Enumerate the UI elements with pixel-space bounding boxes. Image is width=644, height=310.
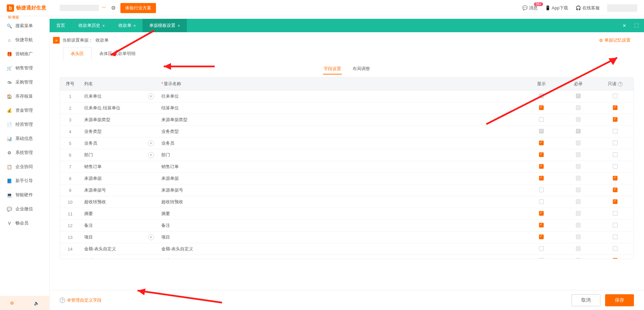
leftnav-item[interactable]: V畅会员 — [0, 216, 49, 230]
sub-tab-layout[interactable]: 布局调整 — [352, 64, 371, 74]
checkbox[interactable] — [539, 152, 544, 157]
checkbox[interactable] — [613, 258, 618, 259]
page-tab[interactable]: 收款单× — [112, 19, 143, 32]
trial-button[interactable]: 体验行业方案 — [120, 3, 156, 13]
section-tab-header[interactable]: 表头区 — [63, 47, 92, 60]
leftnav-item[interactable]: 🎁营销推广 — [0, 47, 49, 61]
row-dispname[interactable]: 结算单位 — [157, 102, 523, 114]
checkbox[interactable] — [539, 141, 544, 145]
add-field-icon[interactable]: + — [148, 93, 154, 99]
leftnav-item[interactable]: ⚙系统管理 — [0, 146, 49, 160]
checkbox[interactable] — [613, 94, 618, 98]
tab-close-icon[interactable]: × — [133, 23, 136, 28]
row-readonly — [597, 138, 634, 149]
row-dispname[interactable]: 往来单位 — [157, 91, 523, 102]
tab-close-icon[interactable]: × — [102, 23, 105, 28]
memory-setting-link[interactable]: ⚙ 单据记忆设置 — [599, 37, 631, 43]
row-dispname[interactable]: 提成1 — [157, 255, 523, 259]
row-dispname[interactable]: 金额-表头自定义 — [157, 243, 523, 255]
page-tab[interactable]: 首页 — [50, 19, 72, 32]
nav-label: 新手引导 — [15, 178, 33, 184]
checkbox[interactable] — [613, 211, 618, 216]
add-field-icon[interactable]: + — [148, 140, 154, 146]
app-download-label: App下载 — [552, 5, 568, 11]
checkbox[interactable] — [613, 176, 618, 180]
row-dispname[interactable]: 摘要 — [157, 208, 523, 220]
tab-close-all-icon[interactable]: ✕ — [619, 20, 629, 31]
checkbox[interactable] — [539, 258, 544, 259]
leftnav-item[interactable]: ⌂快捷导航 — [0, 33, 49, 47]
customer-service-link[interactable]: 🎧 在线客服 — [576, 5, 600, 11]
cancel-button[interactable]: 取消 — [572, 294, 600, 306]
row-dispname[interactable]: 备注 — [157, 220, 523, 231]
leftnav-item[interactable]: 💻智能硬件 — [0, 188, 49, 202]
checkbox[interactable] — [539, 211, 544, 216]
checkbox[interactable] — [613, 152, 618, 157]
leftnav-item[interactable]: 🛍采购管理 — [0, 75, 49, 89]
checkbox[interactable] — [539, 164, 544, 169]
leftnav-item[interactable]: 📋企业协同 — [0, 160, 49, 174]
settings-icon[interactable]: ⚙ — [111, 5, 116, 11]
leftnav-item[interactable]: 📘新手引导 — [0, 174, 49, 188]
checkbox[interactable] — [613, 188, 618, 192]
checkbox[interactable] — [539, 235, 544, 239]
row-dispname[interactable]: 来源单据类型 — [157, 114, 523, 126]
checkbox[interactable] — [613, 246, 618, 251]
page-tab[interactable]: 收款单历史× — [72, 19, 112, 32]
checkbox[interactable] — [539, 117, 544, 122]
leftnav-item[interactable]: 📄经营管理 — [0, 117, 49, 132]
leftnav-item[interactable]: 🏠库存核算 — [0, 89, 49, 103]
checkbox[interactable] — [613, 235, 618, 239]
user-avatar-masked[interactable] — [607, 4, 637, 12]
fullscreen-icon[interactable]: ⛶ — [631, 20, 641, 31]
collapse-toggle-icon[interactable]: » — [53, 37, 60, 44]
page-tab[interactable]: 单据模板设置× — [143, 19, 187, 32]
row-readonly — [597, 91, 634, 102]
section-tab-body[interactable]: 表体区-收款单明细 — [92, 47, 143, 60]
crumb-doc[interactable]: 收款单 — [96, 37, 109, 43]
row-dispname[interactable]: 来源单据号 — [157, 185, 523, 196]
add-field-icon[interactable]: + — [148, 234, 154, 240]
leftnav-item[interactable]: 🔍搜索菜单 — [0, 19, 49, 33]
checkbox[interactable] — [539, 105, 544, 110]
app-download-link[interactable]: 📱 App下载 — [545, 5, 568, 11]
nav-label: 营销推广 — [15, 51, 33, 57]
gear-icon[interactable]: ⚙ — [10, 301, 14, 306]
checkbox[interactable] — [613, 223, 618, 227]
row-dispname[interactable]: 销售订单 — [157, 161, 523, 173]
checkbox[interactable] — [613, 117, 618, 122]
checkbox[interactable] — [539, 223, 544, 227]
org-selector[interactable]: ████ ﹀ — [60, 5, 106, 11]
messages-link[interactable]: 💬 消息 99+ — [522, 5, 538, 11]
row-req — [560, 173, 597, 185]
checkbox[interactable] — [613, 105, 618, 110]
row-dispname[interactable]: 业务类型 — [157, 126, 523, 138]
row-colname: 摘要 — [80, 208, 157, 220]
save-button[interactable]: 保存 — [605, 294, 634, 306]
checkbox[interactable] — [539, 199, 544, 204]
row-dispname[interactable]: 业务员 — [157, 138, 523, 149]
checkbox[interactable] — [613, 199, 618, 204]
checkbox[interactable] — [613, 141, 618, 145]
checkbox[interactable] — [613, 164, 618, 169]
row-req — [560, 185, 597, 196]
row-dispname[interactable]: 来源单据 — [157, 173, 523, 185]
tab-close-icon[interactable]: × — [177, 23, 180, 28]
leftnav-item[interactable]: 💬企业微信 — [0, 202, 49, 216]
checkbox[interactable] — [539, 188, 544, 192]
question-icon[interactable]: ? — [60, 298, 65, 303]
leftnav-item[interactable]: 📊基础信息 — [0, 132, 49, 146]
sub-tab-fields[interactable]: 字段设置 — [323, 64, 342, 74]
row-dispname[interactable]: 超收转预收 — [157, 196, 523, 208]
checkbox[interactable] — [539, 176, 544, 180]
leftnav-item[interactable]: 🛒销售管理 — [0, 61, 49, 75]
checkbox[interactable] — [539, 246, 544, 251]
manage-custom-fields-link[interactable]: 管理自定义字段 — [71, 297, 102, 303]
sound-icon[interactable]: 🔈 — [34, 301, 39, 306]
row-dispname[interactable]: 部门 — [157, 149, 523, 161]
checkbox[interactable] — [613, 129, 618, 134]
help-icon[interactable]: ? — [618, 82, 623, 87]
leftnav-item[interactable]: 💰资金管理 — [0, 103, 49, 117]
row-dispname[interactable]: 项目 — [157, 231, 523, 243]
add-field-icon[interactable]: + — [148, 152, 154, 158]
